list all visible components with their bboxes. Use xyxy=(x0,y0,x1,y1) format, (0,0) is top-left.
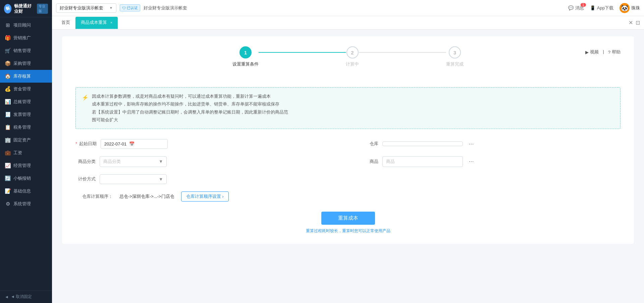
warning-icon: ⚡ xyxy=(82,93,89,124)
sidebar-item-system[interactable]: ⚙ 系统管理 xyxy=(0,198,52,210)
sidebar-item-label: 销售管理 xyxy=(13,48,31,54)
help-icon: ? xyxy=(608,50,610,55)
step-3-circle: 3 xyxy=(449,46,461,58)
step-3-label: 重算完成 xyxy=(446,61,464,67)
tab-home[interactable]: 首页 xyxy=(56,17,75,29)
invoice-icon: 🧾 xyxy=(5,112,11,118)
sidebar-item-purchase[interactable]: 📦 采购管理 xyxy=(0,57,52,70)
step-1-circle: 1 xyxy=(239,46,252,58)
unpin-label: ◄ 取消固定 xyxy=(11,294,32,300)
warehouse-order-settings-button[interactable]: 仓库计算顺序设置 › xyxy=(181,191,229,202)
recalc-area: 重算成本 重算过程耗时较长，重算时您可以正常使用产品 xyxy=(75,212,621,234)
category-label: 商品分类 xyxy=(75,159,96,165)
sidebar-item-accounting[interactable]: 📊 总账管理 xyxy=(0,95,52,108)
sidebar-item-basic[interactable]: 📝 基础信息 xyxy=(0,185,52,198)
sidebar-item-sales[interactable]: 🛒 销售管理 xyxy=(0,44,52,57)
cart-icon: 🛒 xyxy=(5,48,11,54)
sidebar-item-invoice[interactable]: 🧾 发票管理 xyxy=(0,108,52,121)
recalc-button[interactable]: 重算成本 xyxy=(321,212,375,225)
sidebar-item-label: 采购管理 xyxy=(13,60,31,67)
phone-icon: 📱 xyxy=(590,5,595,10)
app-download-button[interactable]: 📱 App下载 xyxy=(590,5,613,11)
warehouse-order-row: 仓库计算顺序： 总仓->深圳仓库->...->门店仓 仓库计算顺序设置 › xyxy=(82,191,621,202)
stepper-area: 1 设置重算条件 2 计算中 3 xyxy=(75,46,621,77)
sidebar-item-assets[interactable]: 🏢 固定资产 xyxy=(0,134,52,146)
start-date-value: 2022-07-01 xyxy=(104,141,127,146)
required-star: * xyxy=(75,141,77,146)
home-icon: 🏠 xyxy=(5,73,11,79)
tab-close-icon[interactable]: × xyxy=(110,20,112,25)
sidebar-item-tax[interactable]: 📋 税务管理 xyxy=(0,121,52,134)
goods-more-icon[interactable]: ··· xyxy=(467,157,476,166)
gift-icon: 🎁 xyxy=(5,35,11,41)
category-select[interactable]: 商品分类 ▼ xyxy=(100,156,167,167)
topbar-company: 好业财专业版演示帐套 xyxy=(144,5,187,11)
main-area: 好业财专业版演示帐套 ▼ 🛡 已认证 好业财专业版演示帐套 💬 消息 1 📱 A… xyxy=(52,0,644,303)
sidebar-item-label: 税务管理 xyxy=(13,124,31,130)
tab-home-label: 首页 xyxy=(61,20,70,25)
recalc-btn-label: 重算成本 xyxy=(338,215,358,221)
topbar: 好业财专业版演示帐套 ▼ 🛡 已认证 好业财专业版演示帐套 💬 消息 1 📱 A… xyxy=(52,0,644,16)
goods-group: 商品 商品 ··· xyxy=(358,156,621,167)
window-close-icon[interactable]: ✕ xyxy=(629,19,633,26)
sidebar-item-expense[interactable]: 🔄 小畅报销 xyxy=(0,172,52,185)
tab-cost-recalc[interactable]: 商品成本重算 × xyxy=(75,17,118,29)
message-button[interactable]: 💬 消息 1 xyxy=(568,5,584,11)
help-link[interactable]: ? 帮助 xyxy=(608,49,621,55)
verified-label: 🛡 已认证 xyxy=(120,4,140,11)
user-avatar-area[interactable]: 🐼 珠珠 xyxy=(620,3,640,13)
sidebar-header: 畅 畅捷通好业财 专业版 xyxy=(0,0,52,17)
account-select[interactable]: 好业财专业版演示帐套 ▼ xyxy=(56,3,116,13)
sidebar-item-salary[interactable]: 💼 工资 xyxy=(0,146,52,159)
start-date-group: * 起始日期 2022-07-01 📅 xyxy=(75,139,338,149)
sidebar-item-inventory[interactable]: 🏠 库存核算 xyxy=(0,70,52,83)
stepper: 1 设置重算条件 2 计算中 3 xyxy=(232,46,464,67)
goods-placeholder: 商品 xyxy=(386,159,395,165)
pricing-select[interactable]: ▼ xyxy=(100,174,167,184)
account-name: 好业财专业版演示帐套 xyxy=(60,5,103,11)
category-chevron-icon: ▼ xyxy=(159,159,163,164)
video-link[interactable]: ▶ 视频 xyxy=(585,49,599,55)
sidebar-item-operation[interactable]: 📈 经营管理 xyxy=(0,159,52,172)
main-card: 1 设置重算条件 2 计算中 3 xyxy=(62,36,634,244)
notice-line-2: 成本重算过程中，影响库存账的操作均不能操作，比如进货单、销货单、库存单据不能审核… xyxy=(92,100,288,108)
sidebar-item-dashboard[interactable]: ⊞ 项目顾问 xyxy=(0,19,52,32)
notice-line-4: 围可能会扩大 xyxy=(92,116,288,124)
warehouse-input[interactable] xyxy=(382,141,463,146)
sidebar-item-marketing[interactable]: 🎁 营销推广 xyxy=(0,32,52,44)
sidebar-item-finance[interactable]: 💰 资金管理 xyxy=(0,83,52,95)
message-badge: 1 xyxy=(581,3,586,7)
step-1: 1 设置重算条件 xyxy=(232,46,259,67)
pricing-label: 计价方式 xyxy=(75,176,96,182)
sidebar-item-label: 工资 xyxy=(13,150,22,156)
warehouse-more-icon[interactable]: ··· xyxy=(467,140,476,148)
sidebar-item-label: 总账管理 xyxy=(13,99,31,105)
step-1-label: 设置重算条件 xyxy=(232,61,259,67)
sidebar-edition-badge: 专业版 xyxy=(37,4,48,14)
box-icon: 📦 xyxy=(5,60,11,67)
step-2-label: 计算中 xyxy=(346,61,359,67)
sidebar-nav: ⊞ 项目顾问 🎁 营销推广 🛒 销售管理 📦 采购管理 🏠 库存核算 💰 资金管… xyxy=(0,17,52,290)
step-1-number: 1 xyxy=(244,50,247,55)
verified-badge: 🛡 已认证 xyxy=(120,4,140,11)
recalc-hint: 重算过程耗时较长，重算时您可以正常使用产品 xyxy=(306,228,390,234)
salary-icon: 💼 xyxy=(5,150,11,156)
topbar-right: 💬 消息 1 📱 App下载 🐼 珠珠 xyxy=(568,3,640,13)
sidebar-unpin[interactable]: ◄ ◄ 取消固定 xyxy=(0,290,52,303)
step-3: 3 重算完成 xyxy=(446,46,464,67)
window-expand-icon[interactable]: ⊡ xyxy=(636,19,640,26)
shield-icon: 🛡 xyxy=(122,6,126,10)
start-date-input[interactable]: 2022-07-01 📅 xyxy=(101,139,168,149)
step-3-number: 3 xyxy=(453,50,456,55)
tax-icon: 📋 xyxy=(5,124,11,130)
step-line-2 xyxy=(359,52,446,53)
tabs-bar: 首页 商品成本重算 × ✕ ⊡ xyxy=(52,16,644,30)
message-icon: 💬 xyxy=(568,5,574,10)
pricing-group: 计价方式 ▼ xyxy=(75,174,338,184)
sidebar-title-group: 畅捷通好业财 xyxy=(14,3,34,14)
building-icon: 🏢 xyxy=(5,137,11,143)
calendar-icon[interactable]: 📅 xyxy=(129,141,135,146)
gear-icon: ⚙ xyxy=(5,201,11,207)
goods-input[interactable]: 商品 xyxy=(382,156,463,167)
tab-cost-recalc-label: 商品成本重算 xyxy=(81,20,107,25)
